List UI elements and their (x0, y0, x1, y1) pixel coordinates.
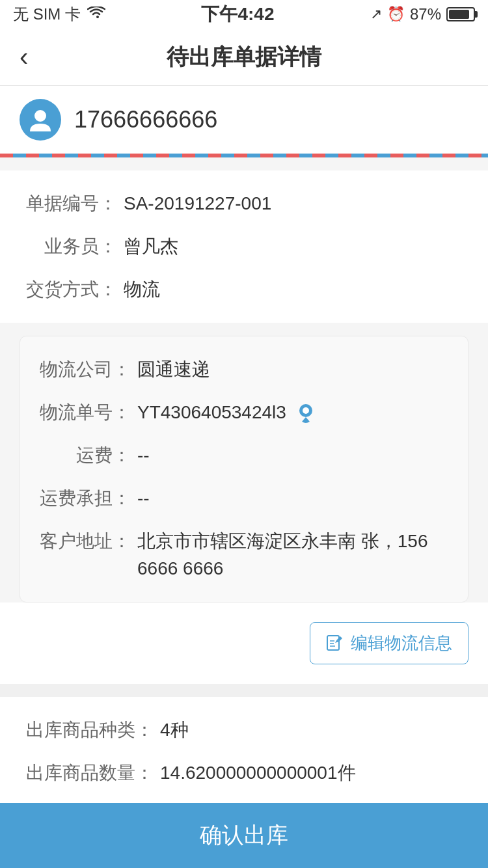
confirm-button-bar[interactable]: 确认出库 (0, 803, 488, 868)
location-status-icon: ↗ (370, 6, 382, 23)
status-bar-left: 无 SIM 卡 (13, 4, 105, 25)
alarm-icon: ⏰ (387, 6, 405, 23)
battery-percentage: 87% (410, 5, 441, 23)
logistics-tracking-value: YT43064053424l3 (137, 399, 448, 426)
freight-bearer-value: -- (137, 485, 448, 512)
edit-logistics-button[interactable]: 编辑物流信息 (310, 622, 468, 664)
freight-row: 运费： -- (40, 442, 448, 469)
sales-rep-label: 业务员： (26, 233, 117, 260)
person-icon (27, 107, 53, 133)
status-bar-right: ↗ ⏰ 87% (370, 5, 475, 23)
sales-rep-row: 业务员： 曾凡杰 (26, 233, 462, 260)
svg-rect-3 (327, 636, 339, 650)
customer-avatar (20, 99, 61, 141)
status-bar-time: 下午4:42 (201, 2, 274, 27)
customer-phone: 17666666666 (74, 106, 217, 133)
product-type-value: 4种 (160, 716, 462, 744)
address-label: 客户地址： (40, 528, 131, 555)
tracking-location-icon[interactable] (294, 401, 318, 424)
product-quantity-label: 出库商品数量： (26, 759, 154, 787)
product-type-row: 出库商品种类： 4种 (26, 716, 462, 744)
delivery-method-row: 交货方式： 物流 (26, 276, 462, 303)
status-bar: 无 SIM 卡 下午4:42 ↗ ⏰ 87% (0, 0, 488, 29)
freight-bearer-label: 运费承担： (40, 485, 131, 512)
doc-number-value: SA-20191227-001 (124, 190, 462, 217)
document-info-section: 单据编号： SA-20191227-001 业务员： 曾凡杰 交货方式： 物流 (0, 170, 488, 323)
product-quantity-row: 出库商品数量： 14.620000000000001件 (26, 759, 462, 787)
logistics-company-value: 圆通速递 (137, 356, 448, 383)
product-type-label: 出库商品种类： (26, 716, 154, 744)
section-divider (0, 684, 488, 697)
customer-header: 17666666666 (0, 86, 488, 154)
delivery-method-value: 物流 (124, 276, 462, 303)
svg-point-2 (303, 407, 309, 414)
freight-label: 运费： (40, 442, 131, 469)
dashed-divider (0, 154, 488, 157)
page-title: 待出库单据详情 (167, 42, 321, 72)
wifi-icon (87, 5, 105, 23)
sales-rep-value: 曾凡杰 (124, 233, 462, 260)
logistics-company-row: 物流公司： 圆通速递 (40, 356, 448, 383)
svg-point-0 (34, 110, 46, 122)
logistics-company-label: 物流公司： (40, 356, 131, 383)
carrier-label: 无 SIM 卡 (13, 4, 81, 25)
address-value: 北京市市辖区海淀区永丰南 张，156 6666 6666 (137, 528, 448, 582)
edit-icon (326, 634, 344, 653)
doc-number-row: 单据编号： SA-20191227-001 (26, 190, 462, 217)
doc-number-label: 单据编号： (26, 190, 117, 217)
logistics-tracking-row: 物流单号： YT43064053424l3 (40, 399, 448, 426)
product-quantity-value: 14.620000000000001件 (160, 759, 462, 787)
edit-btn-label: 编辑物流信息 (351, 632, 452, 655)
address-row: 客户地址： 北京市市辖区海淀区永丰南 张，156 6666 6666 (40, 528, 448, 582)
delivery-method-label: 交货方式： (26, 276, 117, 303)
confirm-btn-label: 确认出库 (200, 821, 288, 850)
edit-btn-container: 编辑物流信息 (0, 603, 488, 684)
product-info-section: 出库商品种类： 4种 出库商品数量： 14.620000000000001件 (0, 697, 488, 806)
freight-value: -- (137, 442, 448, 469)
freight-bearer-row: 运费承担： -- (40, 485, 448, 512)
back-button[interactable]: ‹ (20, 42, 28, 72)
logistics-section: 物流公司： 圆通速递 物流单号： YT43064053424l3 运费： -- … (20, 336, 468, 603)
nav-bar: ‹ 待出库单据详情 (0, 29, 488, 86)
logistics-tracking-label: 物流单号： (40, 399, 131, 426)
battery-icon (446, 7, 475, 21)
